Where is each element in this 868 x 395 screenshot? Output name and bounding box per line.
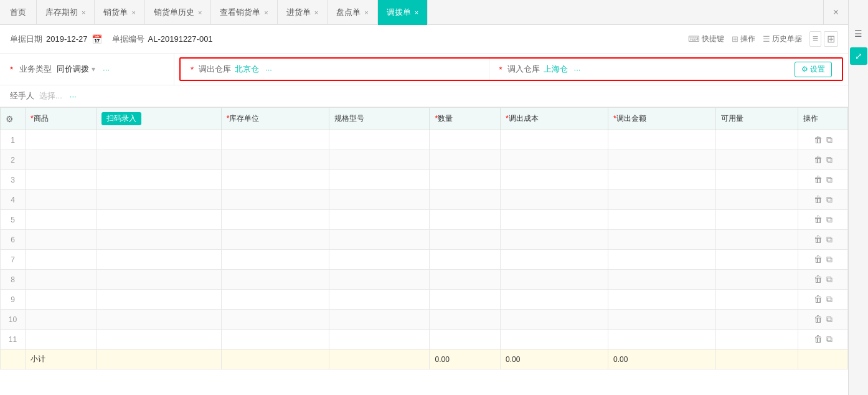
copy-icon-2[interactable]: ⧉ — [826, 155, 833, 165]
delete-icon-9[interactable]: 🗑 — [814, 294, 823, 305]
row-product-11[interactable] — [26, 330, 97, 350]
delete-icon-6[interactable]: 🗑 — [814, 234, 823, 245]
row-amount-10[interactable] — [608, 310, 716, 330]
row-unit-2[interactable] — [221, 150, 329, 170]
row-unit-5[interactable] — [221, 210, 329, 230]
close-inventory-check[interactable]: × — [364, 9, 368, 16]
copy-icon-7[interactable]: ⧉ — [826, 254, 833, 265]
row-amount-2[interactable] — [608, 150, 716, 170]
tab-sales-history[interactable]: 销货单历史 × — [145, 0, 211, 25]
row-quantity-10[interactable] — [430, 310, 501, 330]
row-quantity-9[interactable] — [430, 290, 501, 310]
row-amount-6[interactable] — [608, 230, 716, 250]
row-quantity-2[interactable] — [430, 150, 501, 170]
tab-home[interactable]: 首页 — [0, 0, 37, 25]
grid-view-toggle[interactable]: ⊞ — [824, 31, 838, 47]
delete-icon-11[interactable]: 🗑 — [814, 334, 823, 345]
close-sales-order[interactable]: × — [131, 9, 135, 16]
row-cost-4[interactable] — [500, 190, 608, 210]
row-spec-10[interactable] — [329, 310, 430, 330]
row-quantity-5[interactable] — [430, 210, 501, 230]
row-cost-3[interactable] — [500, 170, 608, 190]
copy-icon-6[interactable]: ⧉ — [826, 234, 833, 245]
close-inventory-init[interactable]: × — [82, 9, 85, 16]
row-product-3[interactable] — [26, 170, 97, 190]
row-quantity-8[interactable] — [430, 270, 501, 290]
row-unit-1[interactable] — [221, 130, 329, 150]
row-unit-10[interactable] — [221, 310, 329, 330]
copy-icon-8[interactable]: ⧉ — [826, 274, 833, 285]
table-settings-icon[interactable]: ⚙ — [6, 114, 14, 124]
row-spec-3[interactable] — [329, 170, 430, 190]
out-warehouse-more[interactable]: ··· — [265, 65, 272, 74]
row-cost-2[interactable] — [500, 150, 608, 170]
row-spec-4[interactable] — [329, 190, 430, 210]
in-warehouse-more[interactable]: ··· — [574, 65, 581, 74]
row-cost-11[interactable] — [500, 330, 608, 350]
close-sales-history[interactable]: × — [198, 9, 202, 16]
set-button[interactable]: ⚙ 设置 — [795, 62, 832, 77]
scan-button[interactable]: 扫码录入 — [101, 112, 141, 125]
row-quantity-3[interactable] — [430, 170, 501, 190]
copy-icon-9[interactable]: ⧉ — [826, 294, 833, 305]
copy-icon-4[interactable]: ⧉ — [826, 194, 833, 205]
tab-inventory-init[interactable]: 库存期初 × — [37, 0, 95, 25]
row-quantity-7[interactable] — [430, 250, 501, 270]
row-product-1[interactable] — [26, 130, 97, 150]
row-amount-1[interactable] — [608, 130, 716, 150]
row-quantity-4[interactable] — [430, 190, 501, 210]
business-type-more[interactable]: ··· — [103, 65, 110, 74]
close-purchase-order[interactable]: × — [314, 9, 318, 16]
row-cost-1[interactable] — [500, 130, 608, 150]
copy-icon-5[interactable]: ⧉ — [826, 214, 833, 225]
operation-action[interactable]: ⊞ 操作 — [732, 34, 755, 44]
delete-icon-10[interactable]: 🗑 — [814, 314, 823, 325]
copy-icon-11[interactable]: ⧉ — [826, 334, 833, 345]
row-amount-3[interactable] — [608, 170, 716, 190]
sidebar-list-icon[interactable]: ☰ — [850, 25, 867, 42]
close-transfer-order[interactable]: × — [415, 9, 418, 16]
row-product-8[interactable] — [26, 270, 97, 290]
row-cost-9[interactable] — [500, 290, 608, 310]
delete-icon-4[interactable]: 🗑 — [814, 194, 823, 205]
row-amount-11[interactable] — [608, 330, 716, 350]
row-spec-7[interactable] — [329, 250, 430, 270]
row-product-10[interactable] — [26, 310, 97, 330]
row-quantity-1[interactable] — [430, 130, 501, 150]
delete-icon-1[interactable]: 🗑 — [814, 135, 823, 145]
handler-input[interactable]: 选择... — [39, 90, 62, 102]
close-view-sales[interactable]: × — [264, 9, 268, 16]
row-unit-8[interactable] — [221, 270, 329, 290]
delete-icon-7[interactable]: 🗑 — [814, 254, 823, 265]
row-cost-6[interactable] — [500, 230, 608, 250]
delete-icon-2[interactable]: 🗑 — [814, 155, 823, 165]
row-amount-9[interactable] — [608, 290, 716, 310]
row-unit-11[interactable] — [221, 330, 329, 350]
tab-transfer-order[interactable]: 调拨单 × — [378, 0, 428, 25]
calendar-icon[interactable]: 📅 — [92, 34, 102, 44]
tab-view-sales[interactable]: 查看销货单 × — [211, 0, 277, 25]
history-action[interactable]: ☰ 历史单据 — [763, 34, 802, 44]
row-product-6[interactable] — [26, 230, 97, 250]
row-unit-9[interactable] — [221, 290, 329, 310]
row-product-2[interactable] — [26, 150, 97, 170]
row-spec-1[interactable] — [329, 130, 430, 150]
row-spec-8[interactable] — [329, 270, 430, 290]
business-type-select[interactable]: 同价调拨 ▾ — [57, 64, 95, 75]
list-view-toggle[interactable]: ≡ — [809, 31, 821, 47]
row-unit-3[interactable] — [221, 170, 329, 190]
row-cost-7[interactable] — [500, 250, 608, 270]
row-product-4[interactable] — [26, 190, 97, 210]
row-spec-9[interactable] — [329, 290, 430, 310]
tab-purchase-order[interactable]: 进货单 × — [278, 0, 328, 25]
row-cost-5[interactable] — [500, 210, 608, 230]
handler-more[interactable]: ··· — [70, 92, 77, 101]
row-product-9[interactable] — [26, 290, 97, 310]
row-cost-8[interactable] — [500, 270, 608, 290]
tab-inventory-check[interactable]: 盘点单 × — [328, 0, 377, 25]
row-spec-11[interactable] — [329, 330, 430, 350]
row-amount-5[interactable] — [608, 210, 716, 230]
row-unit-4[interactable] — [221, 190, 329, 210]
row-quantity-11[interactable] — [430, 330, 501, 350]
row-amount-8[interactable] — [608, 270, 716, 290]
